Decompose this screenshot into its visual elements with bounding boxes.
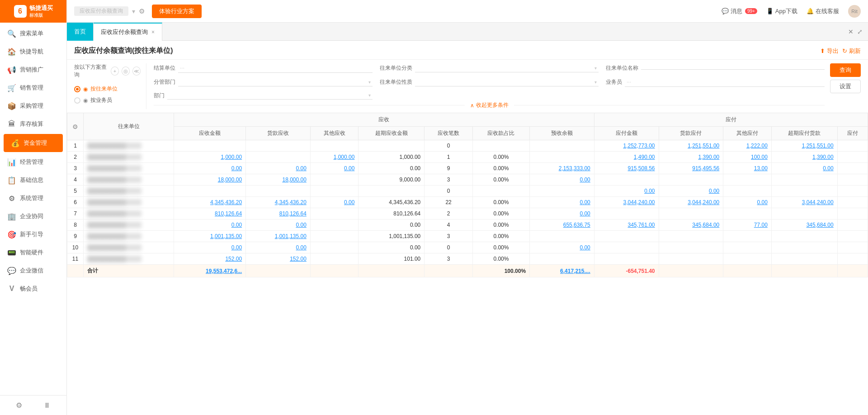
tab-close-window-icon[interactable]: ✕ bbox=[848, 28, 854, 35]
sidebar: 6 畅捷通买 标准版 🔍 搜索菜单 🏠 快捷导航 📢 营销推广 🛒 销售管理 📦… bbox=[0, 0, 67, 415]
footer-collapse-icon[interactable]: ⏸ bbox=[43, 401, 51, 410]
th-settings: ⚙ bbox=[67, 113, 84, 140]
sidebar-item-search[interactable]: 🔍 搜索菜单 bbox=[0, 24, 66, 43]
th-pay-goods: 货款应付 bbox=[659, 127, 723, 140]
refresh-button[interactable]: ↻ 刷新 bbox=[842, 47, 861, 55]
main-content: 应收应付余额查询(按往来单位) ⬆ 导出 ↻ 刷新 按以下方案查询 + ◎ bbox=[67, 41, 868, 415]
query-button[interactable]: 查询 bbox=[830, 63, 861, 77]
dropdown-icon: ▾ bbox=[594, 66, 597, 71]
sidebar-item-member[interactable]: V 畅会员 bbox=[0, 280, 66, 298]
th-pay-tail: 应付 bbox=[837, 127, 868, 140]
operations-icon: 📊 bbox=[7, 157, 16, 167]
app-download-btn[interactable]: 📱 App下载 bbox=[766, 7, 797, 15]
sidebar-item-operations[interactable]: 📊 经营管理 bbox=[0, 153, 66, 171]
field-settlement-unit-input[interactable]: ··· bbox=[178, 63, 373, 73]
sidebar-item-shortcut[interactable]: 🏠 快捷导航 bbox=[0, 43, 66, 61]
sidebar-item-hardware[interactable]: 📟 智能硬件 bbox=[0, 243, 66, 262]
field-salesperson-input[interactable]: ··· bbox=[625, 77, 825, 87]
tab-close-icon[interactable]: × bbox=[151, 29, 155, 35]
user-avatar-area[interactable]: Rit bbox=[848, 5, 861, 18]
edit-scheme-btn[interactable]: ◎ bbox=[122, 67, 130, 76]
sidebar-item-label: 经营管理 bbox=[20, 158, 43, 166]
messages-btn[interactable]: 💬 消息 99+ bbox=[722, 7, 757, 15]
sidebar-item-inventory[interactable]: 🏛 库存核算 bbox=[0, 115, 66, 133]
table-row: 9██████████1,001,135.001,001,135.001,001… bbox=[67, 231, 868, 242]
table-row: 3██████████0.000.000.000.0090.00%2,153,3… bbox=[67, 163, 868, 174]
option-by-staff[interactable]: ◉ 按业务员 bbox=[74, 95, 141, 106]
sidebar-item-finance[interactable]: 💰 资金管理 bbox=[4, 134, 63, 152]
sidebar-item-basic[interactable]: 📋 基础信息 bbox=[0, 171, 66, 189]
purchase-icon: 📦 bbox=[7, 101, 16, 110]
app-logo: 6 畅捷通买 标准版 bbox=[0, 0, 66, 23]
field-salesperson: 业务员 ··· bbox=[606, 77, 825, 87]
service-icon: 🔔 bbox=[807, 8, 814, 14]
header-dropdown-icon[interactable]: ▾ bbox=[132, 8, 135, 15]
page-title: 应收应付余额查询(按往来单位) bbox=[74, 46, 173, 56]
th-rec-prepay: 预收余额 bbox=[530, 127, 594, 140]
sidebar-item-sales[interactable]: 🛒 销售管理 bbox=[0, 79, 66, 97]
th-receivable-group: 应收 bbox=[174, 113, 594, 127]
total-row: 合计 19,553,472,6... 100.00% 6,417,215....… bbox=[67, 265, 868, 277]
tab-home[interactable]: 首页 bbox=[67, 23, 94, 41]
refresh-icon: ↻ bbox=[842, 48, 847, 54]
sidebar-item-wechat[interactable]: 💬 企业微信 bbox=[0, 262, 66, 280]
field-department: 部门 ▾ bbox=[154, 91, 373, 100]
field-department-input[interactable]: ▾ bbox=[167, 91, 373, 100]
th-rec-amount: 应收金额 bbox=[174, 127, 246, 140]
total-label: 合计 bbox=[84, 265, 174, 277]
total-rec-amount[interactable]: 19,553,472,6... bbox=[174, 265, 246, 277]
trial-button[interactable]: 体验行业方案 bbox=[152, 5, 202, 18]
radio-by-staff bbox=[74, 97, 80, 104]
enterprise-icon: 🏢 bbox=[7, 212, 16, 221]
sidebar-item-guide[interactable]: 🎯 新手引导 bbox=[0, 225, 66, 243]
sidebar-item-label: 营销推广 bbox=[20, 66, 43, 74]
partner-cell: ██████████ bbox=[84, 152, 174, 163]
th-rec-other: 其他应收 bbox=[310, 127, 359, 140]
total-rec-prepay[interactable]: 6,417,215.... bbox=[530, 265, 594, 277]
field-unit-nature-input[interactable]: ▾ bbox=[415, 78, 599, 86]
avatar: Rit bbox=[848, 5, 861, 18]
field-unit-name-label: 往来单位名称 bbox=[606, 64, 638, 72]
tab-expand-icon[interactable]: ⤢ bbox=[857, 28, 863, 35]
partner-cell: ██████████ bbox=[84, 140, 174, 152]
option-by-unit[interactable]: ◉ 按往来单位 bbox=[74, 83, 141, 95]
th-pay-amount: 应付金额 bbox=[594, 127, 659, 140]
basic-icon: 📋 bbox=[7, 176, 16, 185]
table-row: 5██████████00.000.00 bbox=[67, 186, 868, 197]
table-row: 7██████████810,126.64810,126.64810,126.6… bbox=[67, 208, 868, 219]
field-unit-category-input[interactable]: ▾ bbox=[415, 64, 599, 72]
page-header: 应收应付余额查询(按往来单位) ⬆ 导出 ↻ 刷新 bbox=[67, 41, 868, 60]
collapse-btn[interactable]: ∧ 收起更多条件 bbox=[465, 101, 514, 109]
search-mode-panel: 按以下方案查询 + ◎ ≪ ◉ 按往来单位 ◉ 按业务员 bbox=[74, 63, 146, 109]
total-pay-amount: -654,751.40 bbox=[594, 265, 659, 277]
collapse-bar: ∧ 收起更多条件 bbox=[154, 101, 825, 109]
sidebar-item-label: 智能硬件 bbox=[20, 248, 43, 257]
field-unit-name: 往来单位名称 bbox=[606, 63, 825, 73]
total-rec-ratio: 100.00% bbox=[472, 265, 529, 277]
message-icon: 💬 bbox=[722, 8, 729, 14]
th-rec-overdue: 超期应收金额 bbox=[359, 127, 425, 140]
sidebar-item-marketing[interactable]: 📢 营销推广 bbox=[0, 61, 66, 79]
tab-current[interactable]: 应收应付余额查询 × bbox=[94, 23, 162, 41]
online-service-btn[interactable]: 🔔 在线客服 bbox=[807, 7, 839, 15]
collapse-scheme-btn[interactable]: ≪ bbox=[132, 67, 141, 76]
th-rec-count: 应收笔数 bbox=[425, 127, 473, 140]
option-by-staff-label: 按业务员 bbox=[90, 96, 112, 104]
option-by-unit-icon: ◉ bbox=[83, 86, 88, 92]
member-icon: V bbox=[7, 284, 16, 293]
footer-settings-icon[interactable]: ⚙ bbox=[16, 401, 22, 410]
header-gear-icon[interactable]: ⚙ bbox=[139, 7, 145, 15]
sidebar-item-enterprise[interactable]: 🏢 企业协同 bbox=[0, 207, 66, 225]
field-unit-name-input[interactable] bbox=[641, 67, 825, 70]
table-settings-icon[interactable]: ⚙ bbox=[72, 123, 78, 130]
add-scheme-btn[interactable]: + bbox=[111, 67, 119, 76]
export-button[interactable]: ⬆ 导出 bbox=[820, 47, 839, 55]
sidebar-item-system[interactable]: ⚙ 系统管理 bbox=[0, 189, 66, 207]
settings-button[interactable]: 设置 bbox=[830, 80, 861, 93]
field-dept-input[interactable]: ▾ bbox=[178, 78, 373, 86]
field-dept-label: 分管部门 bbox=[154, 78, 175, 86]
export-icon: ⬆ bbox=[820, 48, 825, 54]
field-unit-category: 往来单位分类 ▾ bbox=[380, 63, 599, 73]
sidebar-item-purchase[interactable]: 📦 采购管理 bbox=[0, 97, 66, 115]
table-row: 1██████████01,252,773.001,251,551.001,22… bbox=[67, 140, 868, 152]
